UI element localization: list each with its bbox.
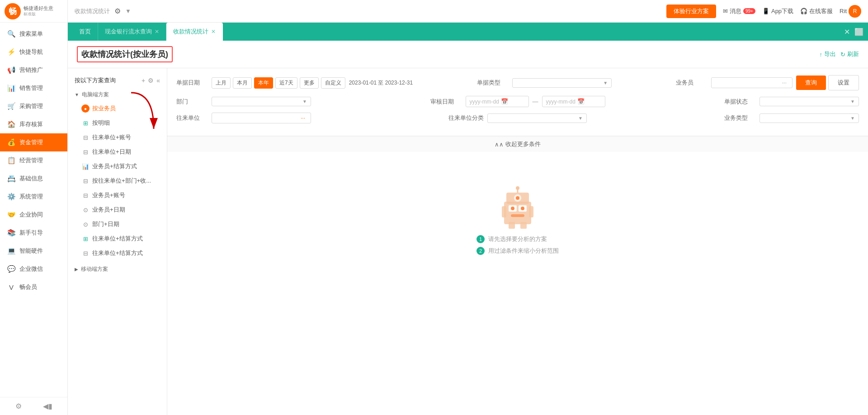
- content-body: 按以下方案查询 + ⚙ «: [68, 68, 868, 415]
- empty-illustration: [491, 179, 545, 233]
- partner-label: 往来单位: [176, 114, 208, 122]
- inventory-icon: 🏠: [7, 120, 16, 129]
- sidebar-item-finance[interactable]: 💰 资金管理: [0, 133, 67, 151]
- scheme-dept-date[interactable]: ⊙ 部门+日期: [68, 217, 167, 231]
- scheme-dept-date-label: 部门+日期: [92, 220, 119, 228]
- sidebar-item-system[interactable]: ⚙️ 系统管理: [0, 188, 67, 206]
- date-btn-this-month[interactable]: 本月: [233, 77, 252, 89]
- tab-maximize-icon[interactable]: ⬜: [854, 28, 863, 36]
- sidebar-item-wechat[interactable]: 💬 企业微信: [0, 260, 67, 278]
- sidebar-item-enterprise[interactable]: 🤝 企业协同: [0, 206, 67, 224]
- date-btn-more[interactable]: 更多: [300, 77, 319, 89]
- doc-status-select[interactable]: ▼: [760, 97, 859, 106]
- tab-bank-flow-close[interactable]: ✕: [155, 28, 159, 35]
- section-arrow-down: ▼: [75, 92, 79, 97]
- breadcrumb: 收款情况统计: [75, 7, 110, 15]
- desktop-section-header[interactable]: ▼ 电脑端方案: [68, 88, 167, 101]
- main-area: 收款情况统计 ⚙ ▼ 体验行业方案 ✉ 消息 99+ 📱 App下载 🎧 在线客…: [68, 0, 868, 415]
- tab-close-all-icon[interactable]: ✕: [844, 28, 850, 36]
- biz-type-label: 业务类型: [724, 114, 756, 122]
- sidebar-label-sales: 销售管理: [19, 84, 43, 92]
- set-button[interactable]: 设置: [828, 75, 859, 90]
- scheme-partner-settlement1[interactable]: ⊞ 往来单位+结算方式: [68, 231, 167, 246]
- left-panel: 按以下方案查询 + ⚙ «: [68, 68, 167, 415]
- collapse-panel-button[interactable]: «: [156, 77, 160, 84]
- scheme-by-salesperson[interactable]: ● 按业务员: [68, 101, 167, 116]
- logo-icon: 畅: [5, 3, 21, 19]
- sidebar-item-search[interactable]: 🔍 搜索菜单: [0, 25, 67, 43]
- tab-home[interactable]: 首页: [72, 23, 98, 41]
- service-icon: 🎧: [800, 8, 807, 14]
- sidebar-item-vip[interactable]: V 畅会员: [0, 278, 67, 296]
- refresh-button[interactable]: ↻ 刷新: [840, 50, 859, 58]
- date-btn-last-month[interactable]: 上月: [212, 77, 231, 89]
- scheme-settings-icon[interactable]: ⚙: [148, 77, 154, 84]
- sidebar-label-vip: 畅会员: [19, 283, 37, 291]
- salesperson-select[interactable]: ···: [711, 77, 793, 88]
- trial-button[interactable]: 体验行业方案: [666, 5, 716, 18]
- dept-date-icon: ⊙: [81, 220, 90, 228]
- scheme-partner-account[interactable]: ⊟ 往来单位+账号: [68, 130, 167, 145]
- search-icon: 🔍: [7, 29, 16, 38]
- export-label: 导出: [824, 50, 836, 58]
- doc-type-chevron: ▼: [603, 80, 608, 85]
- sidebar-item-hardware[interactable]: 💻 智能硬件: [0, 242, 67, 260]
- query-button[interactable]: 查询: [796, 75, 826, 90]
- logo-badge: 标准版: [24, 11, 53, 17]
- salesperson-date-icon: ⊙: [81, 206, 90, 214]
- date-btn-7days[interactable]: 近7天: [275, 77, 297, 89]
- step-2-num: 2: [476, 247, 485, 255]
- tab-bank-flow[interactable]: 现金银行流水查询 ✕: [98, 23, 166, 41]
- sidebar-item-inventory[interactable]: 🏠 库存核算: [0, 115, 67, 133]
- header-left: 收款情况统计 ⚙ ▼: [75, 7, 131, 15]
- app-download-button[interactable]: 📱 App下载: [762, 7, 793, 15]
- mobile-section-header[interactable]: ▶ 移动端方案: [68, 263, 167, 276]
- sidebar-item-marketing[interactable]: 📢 营销推广: [0, 61, 67, 79]
- add-scheme-button[interactable]: +: [142, 77, 145, 84]
- logo-text-area: 畅捷通好生意 标准版: [24, 5, 53, 17]
- partner-date-icon: ⊟: [81, 148, 90, 156]
- header-settings-icon[interactable]: ⚙: [114, 7, 121, 15]
- salesperson-more-icon[interactable]: ···: [782, 80, 787, 86]
- sidebar-item-operations[interactable]: 📋 经营管理: [0, 151, 67, 170]
- partner-more-icon[interactable]: ···: [301, 115, 305, 121]
- biz-type-chevron: ▼: [850, 116, 855, 121]
- scheme-partner-dept-label: 按往来单位+部门+收...: [92, 177, 151, 185]
- message-button[interactable]: ✉ 消息 99+: [723, 7, 755, 15]
- scheme-salesperson-account[interactable]: ⊟ 业务员+账号: [68, 188, 167, 203]
- export-button[interactable]: ↑ 导出: [820, 50, 836, 58]
- sidebar-item-guide[interactable]: 📚 新手引导: [0, 224, 67, 242]
- sidebar-item-quick-nav[interactable]: ⚡ 快捷导航: [0, 43, 67, 61]
- collapse-sidebar-icon[interactable]: ◀▮: [43, 402, 52, 410]
- scheme-salesperson-settlement[interactable]: 📊 业务员+结算方式: [68, 159, 167, 174]
- user-area[interactable]: Rit R: [840, 5, 861, 18]
- biz-type-select[interactable]: ▼: [760, 113, 859, 123]
- scheme-partner-date[interactable]: ⊟ 往来单位+日期: [68, 145, 167, 159]
- scheme-salesperson-date[interactable]: ⊙ 业务员+日期: [68, 203, 167, 217]
- sidebar-item-base-info[interactable]: 📇 基础信息: [0, 170, 67, 188]
- date-btn-custom[interactable]: 自定义: [321, 77, 345, 89]
- online-service-button[interactable]: 🎧 在线客服: [800, 7, 833, 15]
- settings-bottom-icon[interactable]: ⚙: [15, 402, 22, 410]
- tab-receipt-stats-close[interactable]: ✕: [211, 28, 216, 35]
- scheme-partner-settlement2[interactable]: ⊟ 往来单位+结算方式: [68, 246, 167, 260]
- scheme-salesperson-account-label: 业务员+账号: [92, 191, 125, 199]
- partner-select[interactable]: ···: [212, 113, 311, 123]
- doc-type-select[interactable]: ▼: [512, 78, 612, 88]
- hardware-icon: 💻: [7, 246, 16, 255]
- tab-receipt-stats[interactable]: 收款情况统计 ✕: [166, 23, 223, 41]
- partner-category-label: 往来单位分类: [448, 114, 484, 122]
- partner-category-select[interactable]: ▼: [487, 113, 587, 123]
- dept-select[interactable]: ▼: [212, 97, 311, 106]
- dept-chevron: ▼: [302, 99, 307, 104]
- sidebar-item-purchase[interactable]: 🛒 采购管理: [0, 97, 67, 115]
- sidebar-label-search: 搜索菜单: [19, 30, 43, 38]
- scheme-by-detail[interactable]: ⊞ 按明细: [68, 116, 167, 130]
- sidebar-item-sales[interactable]: 📊 销售管理: [0, 79, 67, 97]
- scheme-by-partner-dept[interactable]: ⊟ 按往来单位+部门+收...: [68, 174, 167, 188]
- dropdown-icon[interactable]: ▼: [125, 8, 131, 14]
- date-btn-this-year[interactable]: 本年: [254, 77, 273, 89]
- review-date-to[interactable]: yyyy-mm-dd 📅: [542, 96, 605, 107]
- review-date-from[interactable]: yyyy-mm-dd 📅: [466, 96, 529, 107]
- collapse-bar[interactable]: ∧∧ 收起更多条件: [167, 136, 868, 152]
